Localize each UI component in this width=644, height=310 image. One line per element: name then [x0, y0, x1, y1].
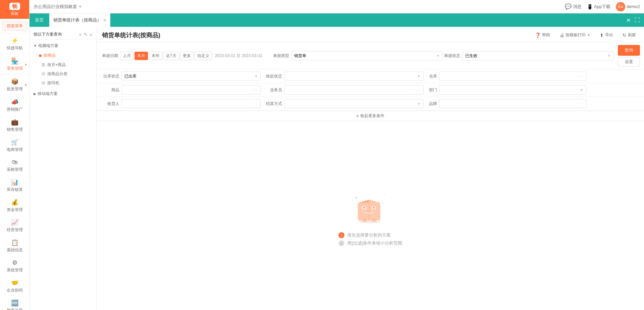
sidebar-item-enterprise[interactable]: 🤝 企业协同: [0, 276, 29, 296]
tab-active[interactable]: 销货单统计表（按商品） ×: [49, 13, 110, 27]
app-logo: 畅 标账: [0, 0, 29, 19]
date-btn-last-month[interactable]: 上月: [120, 52, 133, 60]
guide-label: 新手引导: [7, 308, 23, 310]
sidebar-item-finance[interactable]: 💰 资金管理: [0, 195, 29, 215]
right-panel: 销货单统计表(按商品) ❓ 帮助 🖨 按模板打印 ▼ ⬆ 导出: [97, 27, 644, 310]
sidebar-item-quick-nav[interactable]: ⚡ 快捷导航: [0, 34, 29, 54]
search-menu-button[interactable]: 搜索菜单: [2, 21, 27, 31]
recipient-input[interactable]: ···: [121, 99, 261, 108]
desktop-arrow-icon: ▼: [34, 44, 37, 48]
app-download-label: App下载: [594, 4, 610, 10]
tab-fullscreen-button[interactable]: ⛶: [633, 16, 641, 24]
sidebar-item-wholesale[interactable]: 📦 批发管理: [0, 74, 29, 95]
date-btn-this-month[interactable]: 本月: [135, 52, 148, 60]
date-btn-more[interactable]: 更多: [180, 52, 194, 60]
message-button[interactable]: 💬 消息: [565, 3, 582, 10]
scheme-sub-item-category[interactable]: 回 按商品分类: [30, 69, 96, 79]
add-scheme-icon[interactable]: +: [79, 32, 82, 37]
system-label: 系统管理: [7, 267, 23, 273]
refresh-button[interactable]: ↻ 刷新: [620, 31, 639, 39]
sub-item-label-2: 按商品分类: [47, 71, 67, 77]
operations-icon: 📈: [11, 219, 18, 226]
help-button[interactable]: ❓ 帮助: [532, 31, 553, 39]
receipt-arrow-icon: ▼: [417, 74, 421, 78]
recipient-dots-icon: ···: [252, 101, 258, 106]
tab-close-window-button[interactable]: ✕: [625, 16, 632, 25]
print-button[interactable]: 🖨 按模板打印 ▼: [557, 31, 593, 39]
active-dot-icon: [39, 54, 42, 57]
collapse-panel-icon[interactable]: «: [90, 32, 92, 37]
warehouse-input[interactable]: ···: [439, 71, 586, 81]
top-right-actions: 💬 消息 📱 App下载 Ea demo2: [565, 2, 640, 11]
dept-select[interactable]: ▼: [439, 85, 586, 95]
guide-icon: 🆕: [11, 299, 18, 307]
page-title-bar: 销货单统计表(按商品) ❓ 帮助 🖨 按模板打印 ▼ ⬆ 导出: [97, 27, 644, 42]
sidebar-item-retail[interactable]: 🏪 零售管理: [0, 54, 29, 74]
out-status-arrow-icon: ▼: [254, 74, 258, 78]
doc-type-select[interactable]: 销货单 ▼: [291, 51, 443, 60]
edit-scheme-icon[interactable]: ✎: [84, 32, 88, 37]
marketing-icon: 📣: [11, 98, 18, 106]
app-download-button[interactable]: 📱 App下载: [587, 4, 610, 10]
sidebar-item-inventory[interactable]: 📊 库存核算: [0, 175, 29, 195]
doc-status-select[interactable]: 已生效 ▼: [462, 51, 614, 60]
sidebar-item-basic[interactable]: 📋 基础信息: [0, 236, 29, 256]
sidebar-search-area: 搜索菜单: [0, 19, 29, 34]
user-profile[interactable]: Ea demo2: [616, 2, 640, 11]
sidebar-item-system[interactable]: ⚙ 系统管理: [0, 256, 29, 276]
desktop-scheme-header[interactable]: ▼ 电脑端方案: [30, 41, 96, 51]
sidebar-item-marketing[interactable]: 📣 营销推广: [0, 95, 29, 115]
scheme-item-by-goods[interactable]: 按商品: [30, 51, 96, 60]
payment-select[interactable]: ▼: [284, 99, 423, 108]
sidebar-item-ecommerce[interactable]: 🛒 电商管理: [0, 135, 29, 155]
basic-label: 基础信息: [7, 247, 23, 253]
export-button[interactable]: ⬆ 导出: [597, 31, 616, 39]
goods-input[interactable]: ···: [121, 85, 261, 95]
step-1-label: 请先选择要分析的方案: [347, 232, 391, 238]
doc-status-label: 单据状态: [443, 53, 460, 59]
empty-illustration: ✦ ✦ ✦ ✦: [350, 185, 390, 225]
mobile-scheme-header[interactable]: ▶ 移动端方案: [30, 89, 96, 99]
date-btn-this-year[interactable]: 本年: [149, 52, 162, 60]
marketing-label: 营销推广: [7, 107, 23, 112]
scheme-sub-item-month-goods[interactable]: 图 按月+商品: [30, 60, 96, 69]
out-status-select[interactable]: 已出库 ▼: [121, 71, 261, 81]
scheme-sub-item-driver[interactable]: 回 按司机: [30, 79, 96, 88]
empty-steps: 1 请先选择要分析的方案 2 用[过滤]条件来缩小分析范围: [338, 232, 402, 246]
empty-step-1: 1 请先选择要分析的方案: [338, 232, 402, 238]
receipt-status-select[interactable]: ▼: [284, 71, 423, 81]
sidebar-item-guide[interactable]: 🆕 新手引导: [0, 296, 29, 310]
app-download-icon: 📱: [587, 4, 593, 9]
query-button-area: 查询 设置: [614, 45, 640, 66]
date-btn-custom[interactable]: 自定义: [195, 52, 212, 60]
retail-icon: 🏪: [11, 57, 18, 65]
sub-item-icon-3: 回: [42, 81, 45, 86]
settings-button[interactable]: 设置: [618, 57, 640, 66]
tab-close-icon[interactable]: ×: [103, 18, 106, 22]
collapse-up-icon: ∧: [356, 114, 359, 118]
date-btn-7days[interactable]: 近7天: [163, 52, 179, 60]
industry-selector[interactable]: 办公用品行业模拟账套 ▼: [34, 4, 82, 10]
sidebar-item-purchase[interactable]: 🛍 采购管理: [0, 155, 29, 175]
brand-input[interactable]: ···: [439, 99, 586, 108]
top-header: 办公用品行业模拟账套 ▼ 💬 消息 📱 App下载 Ea demo2: [30, 0, 644, 13]
enterprise-label: 企业协同: [7, 288, 23, 293]
quick-nav-group: ⚡ 快捷导航: [0, 34, 29, 54]
page-content: 按以下方案查询 + ✎ « ▼ 电脑端方案 按商品 图 按: [30, 27, 644, 310]
query-button[interactable]: 查询: [618, 45, 640, 56]
out-status-group: 出库状态 已出库 ▼: [101, 71, 261, 81]
warehouse-group: 仓库 ···: [426, 71, 586, 81]
salesperson-input[interactable]: ···: [284, 85, 423, 95]
tab-home[interactable]: 首页: [30, 13, 49, 27]
dept-label: 部门: [426, 87, 437, 93]
sub-item-icon-1: 图: [42, 62, 45, 67]
purchase-label: 采购管理: [7, 167, 23, 172]
print-icon: 🖨: [559, 33, 564, 38]
message-icon: 💬: [565, 3, 572, 10]
sidebar-item-operations[interactable]: 📈 经营管理: [0, 215, 29, 236]
warehouse-dots-icon: ···: [578, 74, 583, 79]
doc-type-filter-group: 单据类型 销货单 ▼: [272, 45, 443, 66]
sidebar-item-sales[interactable]: 💼 销售管理: [0, 115, 29, 135]
retail-label: 零售管理: [7, 66, 23, 71]
collapse-filters-button[interactable]: ∧ 收起更多条件: [97, 111, 644, 121]
